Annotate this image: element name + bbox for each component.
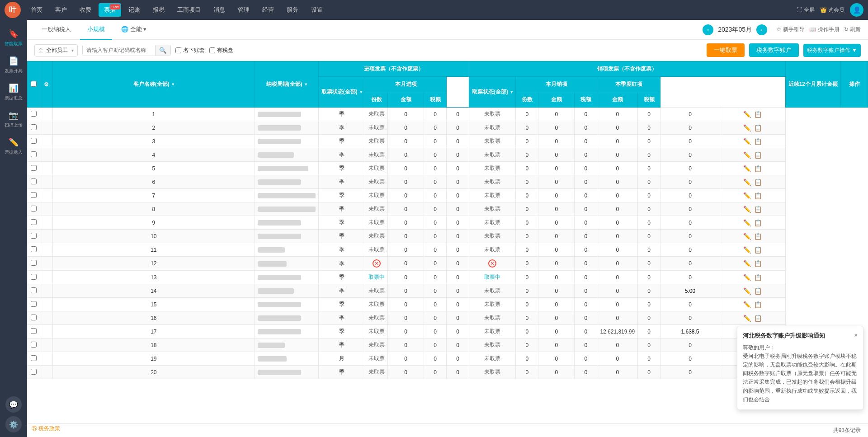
search-input[interactable]: [83, 45, 155, 55]
nav-item-经营[interactable]: 经营: [257, 3, 279, 17]
myaccount-checkbox[interactable]: [175, 47, 181, 53]
edit-icon[interactable]: ✏️: [743, 246, 751, 254]
tab-small[interactable]: 小规模: [80, 20, 112, 40]
copy-icon[interactable]: 📋: [754, 274, 762, 281]
nav-item-记账[interactable]: 记账: [123, 3, 146, 17]
copy-icon[interactable]: 📋: [754, 246, 762, 254]
nav-item-管理[interactable]: 管理: [232, 3, 255, 17]
th-out-tax: 税额: [575, 92, 597, 108]
copy-icon[interactable]: 📋: [754, 138, 762, 145]
guide-btn[interactable]: ☆ 新手引导: [776, 26, 805, 33]
unget-status: 未取票: [368, 219, 385, 226]
refresh-btn[interactable]: ↻ 刷新: [844, 26, 861, 33]
edit-icon[interactable]: ✏️: [743, 219, 751, 226]
copy-icon[interactable]: 📋: [754, 111, 762, 118]
taxdisk-checkbox[interactable]: [209, 47, 215, 53]
edit-icon[interactable]: ✏️: [743, 301, 751, 308]
nav-item-服务[interactable]: 服务: [281, 3, 304, 17]
sidebar-message-btn[interactable]: 💬: [5, 396, 22, 413]
taxdisk-filter[interactable]: 有税盘: [209, 47, 233, 54]
myaccount-filter[interactable]: 名下账套: [175, 47, 205, 54]
sidebar-item-ticket[interactable]: 🔖 智能取票: [0, 24, 27, 52]
edit-icon[interactable]: ✏️: [743, 274, 751, 281]
copy-icon[interactable]: 📋: [754, 151, 762, 159]
copy-icon[interactable]: 📋: [754, 206, 762, 213]
nav-item-消息[interactable]: 消息: [208, 3, 231, 17]
copy-icon[interactable]: 📋: [754, 233, 762, 240]
copy-icon[interactable]: 📋: [754, 315, 762, 322]
nav-item-首页[interactable]: 首页: [25, 3, 48, 17]
quick-ticket-btn[interactable]: 一键取票: [707, 43, 745, 57]
copy-icon[interactable]: 📋: [754, 301, 762, 308]
row-checkbox[interactable]: [31, 355, 37, 361]
row-checkbox[interactable]: [31, 369, 37, 375]
row-checkbox[interactable]: [31, 246, 37, 252]
row-checkbox[interactable]: [31, 165, 37, 171]
edit-icon[interactable]: ✏️: [743, 111, 751, 118]
row-checkbox[interactable]: [31, 124, 37, 130]
tab-general[interactable]: 一般纳税人: [34, 20, 78, 40]
nav-item-客户[interactable]: 客户: [50, 3, 72, 17]
row-checkbox[interactable]: [31, 287, 37, 293]
nav-item-票据[interactable]: 票据new: [99, 3, 121, 17]
policy-link[interactable]: ⑤ 税务政策: [32, 425, 60, 432]
copy-icon[interactable]: 📋: [754, 260, 762, 267]
select-all-checkbox[interactable]: [31, 81, 37, 87]
row-checkbox[interactable]: [31, 192, 37, 198]
row-checkbox[interactable]: [31, 233, 37, 239]
edit-icon[interactable]: ✏️: [743, 138, 751, 145]
digital-account-dropdown-btn[interactable]: 税务数字账户操作 ▼: [803, 44, 861, 57]
search-button[interactable]: 🔍: [155, 45, 170, 56]
edit-icon[interactable]: ✏️: [743, 151, 751, 159]
row-checkbox[interactable]: [31, 219, 37, 225]
row-checkbox[interactable]: [31, 179, 37, 184]
row-checkbox[interactable]: [31, 301, 37, 307]
row-checkbox[interactable]: [31, 328, 37, 334]
fullscreen-btn[interactable]: ⛶ 全屏: [797, 6, 814, 14]
edit-icon[interactable]: ✏️: [743, 179, 751, 186]
row-checkbox[interactable]: [31, 260, 37, 266]
edit-icon[interactable]: ✏️: [743, 315, 751, 322]
edit-icon[interactable]: ✏️: [743, 124, 751, 132]
copy-icon[interactable]: 📋: [754, 165, 762, 172]
sidebar-item-invoice[interactable]: 📄 发票开具: [0, 52, 27, 79]
out-unget-status: 未取票: [484, 287, 500, 294]
row-checkbox[interactable]: [31, 274, 37, 280]
copy-icon[interactable]: 📋: [754, 124, 762, 132]
employee-filter[interactable]: 全 全部员工 ▾: [34, 44, 78, 56]
row-checkbox[interactable]: [31, 111, 37, 117]
nav-item-工商项目[interactable]: 工商项目: [172, 3, 206, 17]
edit-icon[interactable]: ✏️: [743, 192, 751, 199]
edit-icon[interactable]: ✏️: [743, 233, 751, 240]
manual-btn[interactable]: 📖 操作手册: [809, 26, 839, 33]
copy-icon[interactable]: 📋: [754, 192, 762, 199]
row-checkbox[interactable]: [31, 206, 37, 211]
nav-item-设置[interactable]: 设置: [306, 3, 328, 17]
digital-account-btn[interactable]: 税务数字账户: [749, 43, 799, 57]
edit-icon[interactable]: ✏️: [743, 287, 751, 295]
company-cell: [255, 162, 318, 175]
sidebar-settings-btn[interactable]: ⚙️: [5, 416, 22, 432]
notif-close-btn[interactable]: ×: [854, 332, 858, 340]
row-checkbox[interactable]: [31, 315, 37, 320]
edit-icon[interactable]: ✏️: [743, 206, 751, 213]
sub-header: 一般纳税人 小规模 🌐 全能 ▾ ‹ 2023年05月 › ☆ 新手引导 📖 操…: [27, 20, 868, 40]
copy-icon[interactable]: 📋: [754, 219, 762, 226]
sidebar-item-entry[interactable]: ✏️ 票据录入: [0, 133, 27, 160]
copy-icon[interactable]: 📋: [754, 287, 762, 295]
row-checkbox[interactable]: [31, 342, 37, 348]
row-checkbox[interactable]: [31, 138, 37, 144]
tab-all[interactable]: 🌐 全能 ▾: [114, 20, 154, 40]
edit-icon[interactable]: ✏️: [743, 260, 751, 267]
vip-btn[interactable]: 👑 购会员: [820, 6, 844, 14]
date-next-btn[interactable]: ›: [756, 24, 767, 35]
sidebar-item-summary[interactable]: 📊 票据汇总: [0, 79, 27, 106]
nav-item-收费[interactable]: 收费: [74, 3, 97, 17]
copy-icon[interactable]: 📋: [754, 179, 762, 186]
edit-icon[interactable]: ✏️: [743, 165, 751, 172]
date-prev-btn[interactable]: ‹: [703, 24, 713, 35]
nav-item-报税[interactable]: 报税: [147, 3, 170, 17]
row-checkbox[interactable]: [31, 151, 37, 157]
sidebar-item-scan[interactable]: 📷 扫描上传: [0, 106, 27, 133]
user-avatar[interactable]: 👤: [850, 3, 863, 17]
